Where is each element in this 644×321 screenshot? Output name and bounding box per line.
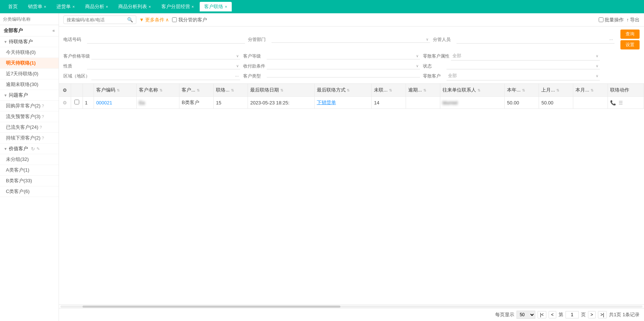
help-icon-3[interactable]: ? — [39, 125, 42, 130]
last-method-link[interactable]: 下销货单 — [317, 100, 336, 105]
query-btn[interactable]: 查询 — [620, 30, 640, 39]
export-btn[interactable]: ↑ 导出 — [627, 17, 640, 23]
horizontal-scrollbar[interactable] — [59, 304, 644, 308]
nav-home[interactable]: 首页 — [4, 2, 22, 11]
nav-analysis[interactable]: 商品分析 × — [81, 2, 112, 11]
batch-operation-btn[interactable]: 批量操作 — [599, 17, 624, 23]
filter-person-dots[interactable]: ··· — [609, 37, 613, 42]
group-value-customers[interactable]: ▼ 价值客户 ↻ ✎ — [0, 144, 59, 154]
sidebar-item-class-c[interactable]: C类客户(6) — [0, 186, 59, 197]
sort-no-contact[interactable]: ⇅ — [389, 88, 392, 92]
sidebar-item-unclassified[interactable]: 未分组(32) — [0, 154, 59, 165]
sidebar-item-declining[interactable]: 持续下滑客户(2) ? — [0, 133, 59, 144]
search-input[interactable] — [67, 17, 126, 23]
sidebar-item-class-a[interactable]: A类客户(1) — [0, 165, 59, 176]
filter-retail-attr-select[interactable]: 全部∨ — [451, 52, 600, 61]
cell-check[interactable] — [71, 97, 83, 109]
filter-area-dots[interactable]: ··· — [235, 73, 239, 79]
nav-close-customer-tier[interactable]: × — [192, 4, 194, 9]
help-icon-4[interactable]: ? — [42, 136, 44, 140]
page-last-btn[interactable]: >| — [598, 311, 607, 318]
sidebar-item-repurchase-abnormal[interactable]: 回购异常客户(2) ? — [0, 101, 59, 111]
group-problem-customers[interactable]: ▼ 问题客户 — [0, 90, 59, 101]
nav-analysis-list[interactable]: 商品分析列表 × — [114, 2, 155, 11]
filter-payment-select[interactable]: ∨ — [267, 63, 420, 69]
nav-close-customer-contact[interactable]: × — [225, 4, 227, 9]
filter-phone-input[interactable] — [87, 36, 245, 44]
nav-close-sales[interactable]: × — [44, 4, 46, 9]
col-header-last-method[interactable]: 最后联络方式 ⇅ — [314, 84, 371, 97]
sidebar-item-week-contact[interactable]: 近7天待联络(0) — [0, 69, 59, 79]
col-header-gear[interactable]: ⚙ — [59, 84, 71, 97]
sidebar-search-input[interactable] — [3, 17, 58, 22]
nav-customer-contact[interactable]: 客户联络 × — [200, 2, 231, 11]
sidebar-item-tomorrow-contact[interactable]: 明天待联络(1) — [0, 58, 59, 69]
sidebar-item-overdue-contact[interactable]: 逾期未联络(30) — [0, 79, 59, 90]
sidebar-item-churn-warning[interactable]: 流失预警客户(3) ? — [0, 111, 59, 122]
collapse-icon[interactable]: « — [52, 28, 55, 33]
cell-code[interactable]: 000021 — [94, 97, 137, 109]
sort-last-month[interactable]: ⇅ — [556, 88, 559, 92]
nav-customer-tier[interactable]: 客户分层经营 × — [157, 2, 198, 11]
sort-last-date[interactable]: ⇅ — [280, 88, 283, 92]
sort-name[interactable]: ⇅ — [160, 88, 162, 92]
col-header-overdue[interactable]: 逾期... ⇅ — [406, 84, 440, 97]
col-header-last-month[interactable]: 上月... ⇅ — [539, 84, 573, 97]
filter-retail-customer-select[interactable]: 全部∨ — [447, 72, 600, 80]
batch-checkbox[interactable] — [599, 17, 603, 22]
search-icon[interactable]: 🔍 — [127, 17, 133, 23]
nav-close-analysis[interactable]: × — [106, 4, 108, 9]
page-next-btn[interactable]: > — [588, 311, 596, 318]
sort-ctype[interactable]: ⇅ — [197, 88, 200, 92]
action-phone-icon[interactable]: 📞 — [610, 100, 616, 106]
sort-this-year[interactable]: ⇅ — [522, 88, 525, 92]
filter-status-select[interactable]: ∨ — [447, 63, 600, 69]
refresh-icon[interactable]: ↻ — [31, 146, 35, 152]
filter-gender-select[interactable]: ∨ — [87, 63, 240, 69]
col-header-ctype[interactable]: 客户... ⇅ — [179, 84, 214, 97]
sort-contact-person[interactable]: ⇅ — [477, 88, 480, 92]
col-header-this-year[interactable]: 本年... ⇅ — [505, 84, 539, 97]
filter-customer-level-select[interactable]: ∨ — [267, 53, 420, 59]
settings-btn[interactable]: 设置 — [620, 40, 640, 49]
sort-code[interactable]: ⇅ — [117, 88, 120, 92]
col-header-this-month[interactable]: 本月... ⇅ — [573, 84, 608, 97]
per-page-select[interactable]: 50 20 100 — [517, 311, 535, 319]
my-customers-checkbox[interactable] — [172, 17, 177, 22]
col-header-name[interactable]: 客户名称 ⇅ — [137, 84, 179, 97]
filter-price-level-select[interactable]: ∨ — [91, 53, 240, 59]
sort-last-method[interactable]: ⇅ — [347, 88, 350, 92]
sidebar-item-class-b[interactable]: B类客户(33) — [0, 176, 59, 186]
help-icon-1[interactable]: ? — [42, 104, 44, 108]
sort-contacts[interactable]: ⇅ — [231, 88, 234, 92]
sort-overdue[interactable]: ⇅ — [423, 88, 426, 92]
sidebar-item-churned[interactable]: 已流失客户(24) ? — [0, 122, 59, 133]
page-number-input[interactable] — [566, 311, 579, 318]
filter-dept-select[interactable]: ∨ — [272, 36, 430, 43]
nav-purchase[interactable]: 进货单 × — [52, 2, 79, 11]
action-menu-icon[interactable]: ☰ — [619, 100, 623, 106]
nav-sales[interactable]: 销货单 × — [24, 2, 50, 11]
col-header-code[interactable]: 客户编码 ⇅ — [94, 84, 137, 97]
page-prev-btn[interactable]: < — [549, 311, 556, 318]
nav-close-analysis-list[interactable]: × — [148, 4, 151, 9]
filter-buttons: 查询 设置 — [620, 30, 640, 49]
col-header-last-date[interactable]: 最后联络日期 ⇅ — [248, 84, 315, 97]
filter-customer-type-select[interactable] — [267, 75, 420, 77]
group-pending-contact[interactable]: ▼ 待联络客户 — [0, 37, 59, 47]
nav-close-purchase[interactable]: × — [72, 4, 74, 9]
sort-this-month[interactable]: ⇅ — [591, 88, 594, 92]
cell-last-method[interactable]: 下销货单 — [314, 97, 371, 109]
edit-icon[interactable]: ✎ — [36, 146, 40, 151]
page-first-btn[interactable]: |< — [538, 311, 546, 318]
sidebar-item-today-contact[interactable]: 今天待联络(0) — [0, 47, 59, 58]
more-conditions-btn[interactable]: ▼ 更多条件 ∧ — [139, 17, 169, 23]
scrollbar-thumb[interactable] — [83, 306, 340, 308]
row-checkbox[interactable] — [74, 100, 79, 104]
col-header-contacts[interactable]: 联络... ⇅ — [214, 84, 248, 97]
help-icon-2[interactable]: ? — [42, 114, 44, 119]
cell-gear[interactable]: ⚙ — [59, 97, 71, 109]
col-header-contact-person[interactable]: 往来单位联系人 ⇅ — [440, 84, 505, 97]
all-customers-header[interactable]: 全部客户 « — [0, 25, 59, 37]
col-header-no-contact[interactable]: 未联... ⇅ — [372, 84, 406, 97]
